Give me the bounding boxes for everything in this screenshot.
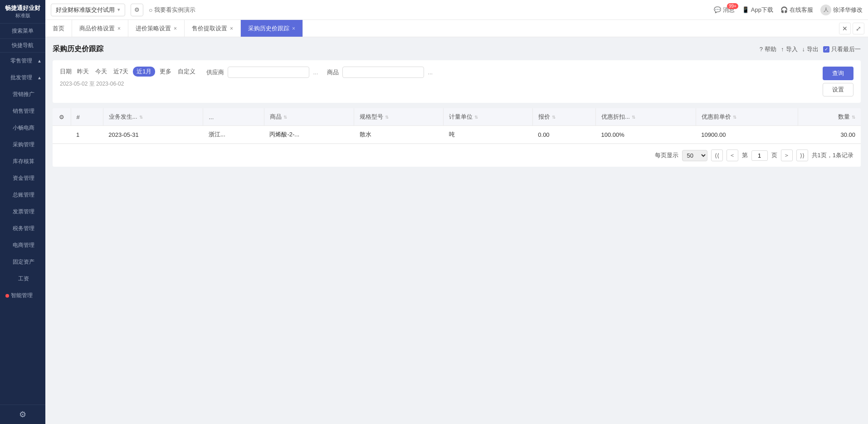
topbar-message[interactable]: 💬 消息 99+	[714, 6, 735, 14]
th-spec[interactable]: 规格型号 ⇅	[354, 108, 444, 126]
cell-quote: 0.00	[532, 126, 595, 144]
topbar-online-service[interactable]: 🎧 在线客服	[780, 6, 813, 14]
th-biz-date[interactable]: 业务发生... ⇅	[103, 108, 203, 126]
help-link[interactable]: ? 帮助	[760, 45, 776, 53]
sidebar-item-finance[interactable]: 资金管理	[0, 170, 45, 187]
sort-biz-date-icon: ⇅	[139, 115, 143, 120]
sidebar-item-tax[interactable]: 税务管理	[0, 220, 45, 237]
sidebar-item-fixed-assets[interactable]: 固定资产	[0, 254, 45, 270]
date-opt-custom[interactable]: 自定义	[176, 67, 197, 77]
tab-purchase-strategy[interactable]: 进价策略设置 ×	[128, 20, 185, 37]
table-row[interactable]: 1 2023-05-31 浙江... 丙烯酸-2-... 散水 吨 0.00 1…	[53, 126, 861, 144]
sidebar-item-smart[interactable]: 智能管理	[0, 287, 45, 304]
topbar-user[interactable]: 人 徐泽华修改	[820, 5, 863, 15]
product-input[interactable]	[342, 67, 424, 78]
export-label: 导出	[807, 45, 819, 53]
total-label: 共1页，1条记录	[812, 151, 853, 159]
supplier-more-icon[interactable]: ...	[313, 69, 318, 76]
th-unit[interactable]: 计量单位 ⇅	[444, 108, 533, 126]
topbar-demo[interactable]: ○ 我要看实例演示	[149, 6, 195, 14]
message-badge: 99+	[727, 3, 738, 9]
cell-seq: 1	[71, 126, 103, 144]
sidebar-item-marketing[interactable]: 营销推广	[0, 86, 45, 103]
query-button[interactable]: 查询	[823, 67, 853, 80]
next-page-button[interactable]: ＞	[781, 149, 793, 161]
help-label: 帮助	[765, 45, 776, 53]
last-only-label: 只看最后一	[831, 45, 861, 53]
date-opt-today[interactable]: 今天	[93, 67, 109, 77]
supplier-input[interactable]	[228, 67, 309, 78]
smart-dot	[5, 294, 9, 298]
data-table: ⚙ # 业务发生... ⇅ ... 商品 ⇅	[53, 108, 861, 144]
last-page-button[interactable]: ⟩⟩	[796, 149, 808, 161]
topbar: 好业财标准版交付试用 ▾ ⚙ ○ 我要看实例演示 💬 消息 99+ 📱 App下…	[45, 0, 868, 20]
topbar-selector[interactable]: 好业财标准版交付试用 ▾	[51, 4, 125, 16]
page-input[interactable]	[751, 150, 768, 161]
th-pre-discount-price[interactable]: 优惠前单价 ⇅	[696, 108, 798, 126]
sidebar-item-ecommerce-small[interactable]: 小畅电商	[0, 120, 45, 136]
sidebar-item-purchase[interactable]: 采购管理	[0, 136, 45, 153]
sidebar-logo: 畅捷通好业财 标准版	[0, 0, 45, 24]
filter-actions: 查询 设置	[823, 67, 853, 96]
supplier-filter-label: 供应商	[206, 68, 224, 77]
tab-purchase-strategy-label: 进价策略设置	[136, 24, 171, 33]
sidebar: 畅捷通好业财 标准版 搜索菜单 快捷导航 零售管理 ▲ 批发管理 ▲ 营销推广 …	[0, 0, 45, 424]
app-icon: 📱	[742, 6, 749, 13]
sidebar-nav[interactable]: 快捷导航	[0, 39, 45, 53]
date-opt-last1m[interactable]: 近1月	[133, 67, 155, 77]
tab-price-close[interactable]: ×	[117, 25, 121, 32]
tab-price-extract[interactable]: 售价提取设置 ×	[185, 20, 241, 37]
th-quantity[interactable]: 数量 ⇅	[798, 108, 861, 126]
tab-purchase-history-label: 采购历史价跟踪	[248, 24, 289, 33]
tab-close-button[interactable]: ✕	[839, 23, 851, 34]
sidebar-item-salary[interactable]: 工资	[0, 270, 45, 287]
tabbar: 首页 商品价格设置 × 进价策略设置 × 售价提取设置 × 采购历史价跟踪 × …	[45, 20, 868, 37]
per-page-select[interactable]: 50 100 200	[682, 150, 707, 161]
topbar-app-download[interactable]: 📱 App下载	[742, 6, 773, 14]
sidebar-item-general-ledger[interactable]: 总账管理	[0, 187, 45, 203]
sidebar-item-sales[interactable]: 销售管理	[0, 103, 45, 120]
sidebar-item-inventory[interactable]: 库存核算	[0, 153, 45, 170]
product-more-icon[interactable]: ...	[428, 69, 433, 76]
th-more[interactable]: ...	[203, 108, 264, 126]
th-discount[interactable]: 优惠折扣... ⇅	[596, 108, 696, 126]
cell-product: 丙烯酸-2-...	[264, 126, 354, 144]
demo-circle-icon: ○	[149, 6, 152, 14]
export-link[interactable]: ↓ 导出	[802, 45, 819, 53]
sidebar-item-invoice[interactable]: 发票管理	[0, 203, 45, 220]
prev-page-button[interactable]: ＜	[727, 149, 738, 161]
tab-expand-button[interactable]: ⤢	[853, 23, 864, 34]
sidebar-search[interactable]: 搜索菜单	[0, 24, 45, 39]
sidebar-item-wholesale[interactable]: 批发管理 ▲	[0, 69, 45, 86]
sidebar-settings-icon[interactable]: ⚙	[0, 405, 45, 424]
tab-purchase-history[interactable]: 采购历史价跟踪 ×	[241, 20, 303, 37]
topbar-gear-button[interactable]: ⚙	[131, 4, 143, 16]
tab-home-label: 首页	[53, 24, 64, 33]
th-product[interactable]: 商品 ⇅	[264, 108, 354, 126]
tabbar-controls: ✕ ⤢	[839, 23, 868, 34]
user-name: 徐泽华修改	[833, 6, 863, 14]
th-seq: #	[71, 108, 103, 126]
import-label: 导入	[786, 45, 798, 53]
tab-purchase-history-close[interactable]: ×	[292, 25, 295, 32]
date-opt-more[interactable]: 更多	[158, 67, 173, 77]
cell-unit: 吨	[444, 126, 533, 144]
tab-price[interactable]: 商品价格设置 ×	[72, 20, 128, 37]
sidebar-item-retail[interactable]: 零售管理 ▲	[0, 53, 45, 69]
cell-discount: 100.00%	[596, 126, 696, 144]
import-link[interactable]: ↑ 导入	[781, 45, 798, 53]
sidebar-item-ecommerce[interactable]: 电商管理	[0, 237, 45, 254]
tab-purchase-strategy-close[interactable]: ×	[174, 25, 177, 32]
date-opt-last7[interactable]: 近7天	[112, 67, 130, 77]
tab-price-extract-close[interactable]: ×	[230, 25, 233, 32]
tab-home[interactable]: 首页	[45, 20, 72, 37]
settings-button[interactable]: 设置	[823, 83, 853, 96]
last-only-checkbox[interactable]: ✓ 只看最后一	[823, 45, 861, 53]
cell-gear	[53, 126, 71, 144]
th-quote[interactable]: 报价 ⇅	[532, 108, 595, 126]
date-opt-yesterday[interactable]: 昨天	[75, 67, 91, 77]
date-range-display: 2023-05-02 至 2023-06-02	[60, 80, 197, 88]
logo-sub: 标准版	[4, 12, 42, 19]
th-gear[interactable]: ⚙	[53, 108, 71, 126]
first-page-button[interactable]: ⟨⟨	[711, 149, 723, 161]
